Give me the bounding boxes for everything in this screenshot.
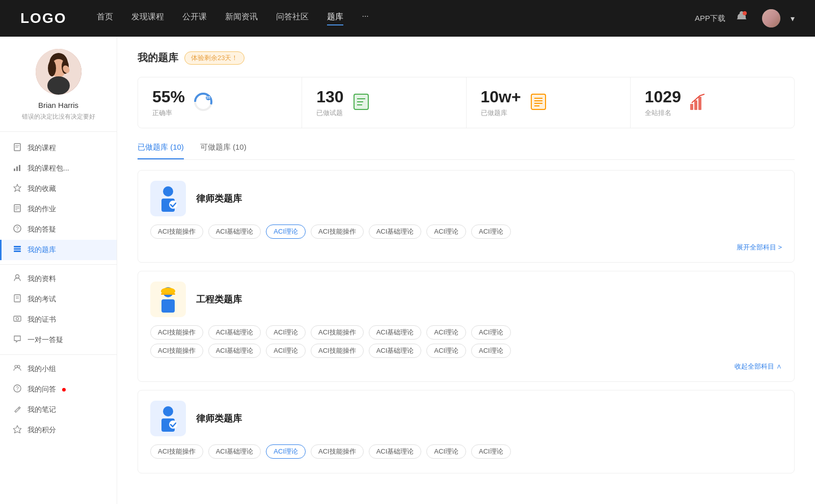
tag[interactable]: ACI基础理论 [208,344,261,358]
app-download-button[interactable]: APP下载 [695,14,725,23]
stat-accuracy: 55% 正确率 55 [138,77,302,128]
sidebar-item-my-points[interactable]: 我的积分 [0,420,117,440]
tag[interactable]: ACI技能操作 [150,444,203,459]
nav-item-opencourse[interactable]: 公开课 [182,12,207,25]
nav-item-qbank[interactable]: 题库 [327,12,343,25]
tab-done-banks[interactable]: 已做题库 (10) [138,143,184,159]
tag[interactable]: ACI理论 [426,444,466,459]
sidebar-item-my-group[interactable]: 我的小组 [0,359,117,379]
avatar[interactable] [762,9,780,27]
tag-active[interactable]: ACI理论 [266,444,306,459]
tag[interactable]: ACI基础理论 [369,344,422,358]
tag[interactable]: ACI技能操作 [311,225,364,239]
tag[interactable]: ACI理论 [471,325,511,340]
avatar-dropdown-icon[interactable]: ▾ [791,14,795,23]
tag[interactable]: ACI基础理论 [208,444,261,459]
notification-dot [62,388,66,391]
sidebar-item-my-favorites[interactable]: 我的收藏 [0,179,117,199]
sidebar-item-label: 我的笔记 [28,405,56,414]
tag[interactable]: ACI理论 [426,344,466,358]
stat-content: 1029 全站排名 [645,88,681,118]
layout: Brian Harris 错误的决定比没有决定要好 我的课程 我的课程包... [0,37,815,504]
bar-chart-icon [12,163,22,174]
qbank-name: 律师类题库 [196,192,242,205]
nav-item-qa[interactable]: 问答社区 [276,12,309,25]
tag-active[interactable]: ACI理论 [266,225,306,239]
tag[interactable]: ACI基础理论 [369,225,422,239]
tag[interactable]: ACI基础理论 [208,325,261,340]
nav-item-more[interactable]: ··· [362,12,368,25]
sidebar-item-my-homework[interactable]: 我的作业 [0,199,117,219]
sidebar-item-label: 我的答疑 [28,225,56,234]
tag[interactable]: ACI技能操作 [311,325,364,340]
sidebar-item-my-questions[interactable]: ? 我的问答 [0,379,117,400]
nav-items: 首页 发现课程 公开课 新闻资讯 问答社区 题库 ··· [97,12,674,25]
avatar [36,49,82,95]
sidebar-item-label: 我的课程包... [28,164,69,173]
qbank-header: 工程类题库 [150,282,782,317]
svg-rect-22 [14,246,21,247]
svg-rect-23 [14,248,21,250]
tag[interactable]: ACI理论 [426,325,466,340]
svg-rect-29 [14,316,21,321]
sidebar-item-label: 我的证书 [28,315,56,324]
sidebar-item-my-qbank[interactable]: 我的题库 [0,240,117,260]
sidebar-item-label: 我的问答 [28,385,56,394]
sidebar-item-my-exam[interactable]: 我的考试 [0,289,117,310]
tag[interactable]: ACI技能操作 [150,344,203,358]
sidebar-item-label: 我的收藏 [28,184,56,193]
tag[interactable]: ACI理论 [471,344,511,358]
tab-available-banks[interactable]: 可做题库 (10) [200,143,247,159]
nav-item-news[interactable]: 新闻资讯 [225,12,258,25]
tag[interactable]: ACI技能操作 [311,444,364,459]
stat-value: 130 [316,88,343,106]
sidebar-item-label: 我的资料 [28,274,56,284]
svg-point-55 [163,186,173,197]
sidebar-item-my-cert[interactable]: 我的证书 [0,310,117,330]
divider [0,264,117,265]
svg-rect-54 [698,97,701,110]
sidebar-item-label: 一对一答疑 [28,335,63,345]
stat-global-rank: 1029 全站排名 [631,77,794,128]
tags-row-engineering-2: ACI技能操作 ACI基础理论 ACI理论 ACI技能操作 ACI基础理论 AC… [150,344,782,358]
sidebar-item-label: 我的小组 [28,365,56,374]
nav-item-home[interactable]: 首页 [97,12,113,25]
tag[interactable]: ACI理论 [426,225,466,239]
svg-rect-46 [531,94,546,109]
tag[interactable]: ACI基础理论 [369,325,422,340]
stat-done-questions: 130 已做试题 [302,77,466,128]
questions-icon: ? [12,384,22,395]
accuracy-chart-icon: 55 [193,92,213,114]
sidebar-item-label: 我的作业 [28,205,56,214]
tag[interactable]: ACI技能操作 [311,344,364,358]
stat-value: 55% [152,88,185,106]
tag[interactable]: ACI基础理论 [208,225,261,239]
tag[interactable]: ACI技能操作 [150,325,203,340]
tag[interactable]: ACI理论 [471,444,511,459]
file-icon [12,143,22,153]
sidebar-item-my-notes[interactable]: 我的笔记 [0,400,117,420]
sidebar-item-my-courses[interactable]: 我的课程 [0,138,117,158]
sidebar-item-my-course-pkg[interactable]: 我的课程包... [0,158,117,179]
sidebar-item-my-profile[interactable]: 我的资料 [0,269,117,289]
sidebar-item-label: 我的题库 [28,245,56,255]
qbank-icon [12,245,22,255]
tag[interactable]: ACI技能操作 [150,225,203,239]
svg-point-32 [17,366,20,368]
stat-label: 已做题库 [481,108,521,118]
svg-rect-13 [16,166,18,171]
svg-point-7 [47,76,70,95]
svg-marker-15 [14,184,21,191]
sidebar-item-one-on-one[interactable]: 一对一答疑 [0,330,117,350]
tag[interactable]: ACI基础理论 [369,444,422,459]
expand-link[interactable]: 展开全部科目 > [150,243,782,252]
nav-item-discover[interactable]: 发现课程 [131,12,164,25]
notification-bell-icon[interactable] [736,10,752,26]
logo: LOGO [20,10,66,26]
collapse-link[interactable]: 收起全部科目 ∧ [150,362,782,371]
tag[interactable]: ACI理论 [266,325,306,340]
stat-value: 1029 [645,88,681,106]
tag[interactable]: ACI理论 [266,344,306,358]
tag[interactable]: ACI理论 [471,225,511,239]
sidebar-item-my-qa[interactable]: ? 我的答疑 [0,219,117,240]
